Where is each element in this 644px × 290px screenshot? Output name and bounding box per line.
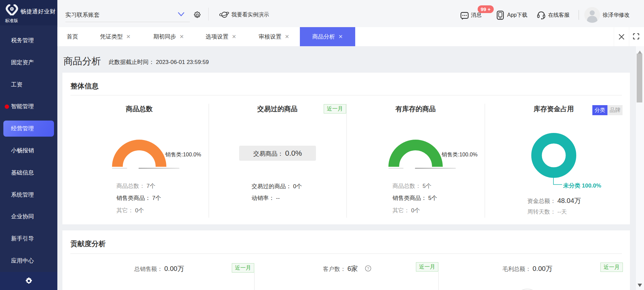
svg-text:?: ? <box>367 267 369 271</box>
